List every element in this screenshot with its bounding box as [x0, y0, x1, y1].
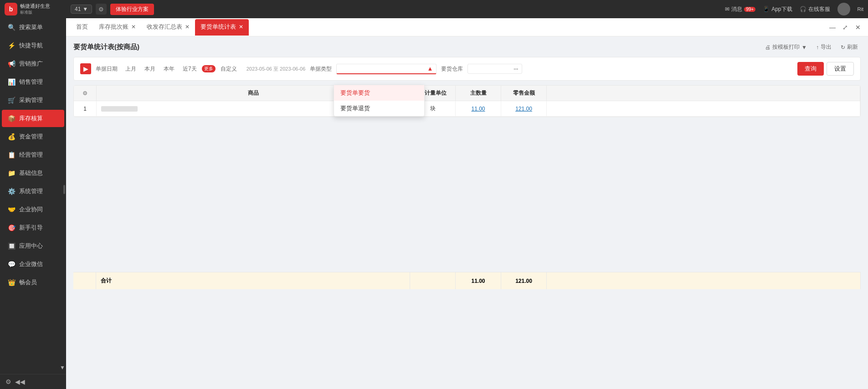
footer-extra [547, 272, 861, 289]
data-table: ⚙ 商品 主计量单位 主数量 零售金额 [73, 85, 861, 117]
date-range-text: 2023-05-06 至 2023-06-06 [247, 66, 306, 72]
page-title-bar: 要货单统计表(按商品) 🖨 按模板打印 ▼ ↑ 导出 ↻ 刷新 [73, 42, 861, 52]
messages-btn[interactable]: ✉ 消息 99+ [725, 5, 755, 13]
finance-icon: 💰 [7, 133, 15, 141]
table-col-amount: 零售金额 [501, 86, 547, 101]
sidebar-item-enterprise[interactable]: 🤝 企业协同 [2, 201, 64, 218]
close-tab-receive-summary[interactable]: ✕ [185, 24, 190, 30]
date-btn-7days[interactable]: 近7天 [180, 64, 200, 74]
settings-btn[interactable]: ⚙ [96, 4, 107, 15]
sidebar-item-guide[interactable]: 🎯 新手引导 [2, 219, 64, 236]
product-placeholder [101, 106, 138, 112]
filter-expand-btn[interactable]: ▶ [80, 63, 91, 74]
sidebar-scroll-down[interactable]: ▼ [60, 364, 65, 371]
type-input[interactable] [336, 64, 437, 74]
cell-index: 1 [74, 101, 97, 116]
tab-order-summary[interactable]: 要货单统计表 ✕ [195, 19, 249, 36]
date-btn-custom[interactable]: 自定义 [217, 64, 240, 74]
table-settings-col[interactable]: ⚙ [74, 86, 97, 101]
refresh-icon: ↻ [841, 44, 845, 51]
sidebar-item-marketing[interactable]: 📢 营销推广 [2, 55, 64, 72]
footer-amount: 121.00 [501, 272, 547, 289]
message-icon: ✉ [725, 6, 729, 12]
cell-quantity: 11.00 [456, 101, 501, 116]
date-btn-last-month[interactable]: 上月 [122, 64, 139, 74]
username-text: Rit [858, 6, 863, 12]
operation-icon: 📋 [7, 151, 15, 159]
date-label: 单据日期 [96, 65, 118, 73]
logo-text: 畅捷通好生意 标准版 [20, 3, 50, 15]
sidebar-item-operation[interactable]: 📋 经营管理 [2, 146, 64, 164]
page-content: 要货单统计表(按商品) 🖨 按模板打印 ▼ ↑ 导出 ↻ 刷新 [66, 36, 868, 389]
content-area: 首页 库存批次账 ✕ 收发存汇总表 ✕ 要货单统计表 ✕ — ⤢ ✕ [66, 18, 868, 389]
sidebar-item-inventory[interactable]: 📦 库存核算 [2, 110, 64, 127]
close-tab-order-summary[interactable]: ✕ [239, 24, 243, 30]
logo-icon: b [5, 3, 17, 15]
table-col-quantity: 主数量 [456, 86, 501, 101]
tab-home[interactable]: 首页 [71, 19, 93, 36]
print-btn[interactable]: 🖨 按模板打印 ▼ [762, 42, 810, 52]
sidebar-collapse-icon[interactable]: ◀◀ [15, 378, 25, 385]
tab-receive-summary[interactable]: 收发存汇总表 ✕ [141, 19, 195, 36]
sidebar-item-member[interactable]: 👑 畅会员 [2, 274, 64, 291]
headset-icon: 🎧 [800, 6, 806, 12]
dropdown-item-return-order[interactable]: 要货单退货 [334, 101, 424, 116]
footer-empty1 [73, 272, 96, 289]
phone-icon: 📱 [763, 6, 770, 12]
export-icon: ↑ [816, 44, 819, 51]
app-center-icon: 🔲 [7, 242, 15, 250]
tab-bar-right: — ⤢ ✕ [827, 22, 863, 33]
sidebar-item-search-menu[interactable]: 🔍 搜索菜单 [2, 19, 64, 36]
sidebar-item-app-center[interactable]: 🔲 应用中心 [2, 237, 64, 255]
footer-label: 合计 [96, 272, 410, 289]
cell-amount: 121.00 [501, 101, 547, 116]
sidebar-item-sales[interactable]: 📊 销售管理 [2, 73, 64, 91]
print-dropdown-icon: ▼ [801, 44, 807, 51]
search-button[interactable]: 查询 [797, 62, 824, 76]
table-row[interactable]: 1 块 11.00 121.00 [74, 101, 860, 117]
top-header: b 畅捷通好生意 标准版 41 ▼ ⚙ 体验行业方案 ✉ 消息 99+ 📱 Ap… [0, 0, 868, 18]
refresh-btn[interactable]: ↻ 刷新 [838, 42, 861, 52]
warehouse-dropdown[interactable]: ··· [467, 64, 522, 74]
export-btn[interactable]: ↑ 导出 [813, 42, 834, 52]
app-download-btn[interactable]: 📱 App下载 [763, 5, 792, 13]
close-tab-inventory-batch[interactable]: ✕ [131, 24, 136, 30]
table-footer: 合计 11.00 121.00 [73, 272, 861, 289]
trial-button[interactable]: 体验行业方案 [110, 4, 154, 15]
sidebar-item-basic-info[interactable]: 📁 基础信息 [2, 164, 64, 182]
sidebar: 🔍 搜索菜单 ⚡ 快捷导航 📢 营销推广 📊 销售管理 🛒 采购管理 📦 库存核… [0, 18, 66, 389]
system-icon: ⚙️ [7, 187, 15, 195]
cell-extra [547, 101, 860, 116]
tab-minimize-btn[interactable]: — [827, 22, 838, 33]
sidebar-item-wechat[interactable]: 💬 企业微信 [2, 256, 64, 273]
footer-unit [410, 272, 456, 289]
member-icon: 👑 [7, 278, 15, 287]
sidebar-item-finance[interactable]: 💰 资金管理 [2, 128, 64, 145]
footer-quantity: 11.00 [456, 272, 501, 289]
sidebar-item-system[interactable]: ⚙️ 系统管理 [2, 183, 64, 200]
table-empty-space [73, 117, 861, 272]
filter-right-btns: 查询 设置 [797, 62, 854, 76]
avatar[interactable] [837, 3, 850, 15]
warehouse-label: 要货仓库 [441, 65, 463, 73]
tab-expand-btn[interactable]: ⤢ [840, 22, 851, 33]
date-btn-this-month[interactable]: 本月 [141, 64, 159, 74]
lightning-icon: ⚡ [7, 41, 15, 50]
online-service-btn[interactable]: 🎧 在线客服 [800, 5, 830, 13]
date-btn-this-year[interactable]: 本年 [160, 64, 178, 74]
search-icon: 🔍 [7, 23, 15, 31]
warehouse-more-icon: ··· [514, 66, 518, 72]
type-dropdown-up-icon[interactable]: ▲ [427, 65, 433, 72]
settings-button[interactable]: 设置 [827, 62, 854, 76]
messages-badge: 99+ [744, 7, 755, 12]
sidebar-settings-icon[interactable]: ⚙ [5, 378, 11, 385]
tab-close-all-btn[interactable]: ✕ [853, 22, 863, 33]
date-more-badge[interactable]: 更多 [202, 65, 216, 72]
sidebar-item-quick-nav[interactable]: ⚡ 快捷导航 [2, 37, 64, 54]
sales-icon: 📊 [7, 78, 15, 86]
table-col-extra [547, 86, 860, 101]
tab-inventory-batch[interactable]: 库存批次账 ✕ [93, 19, 141, 36]
sidebar-item-purchase[interactable]: 🛒 采购管理 [2, 92, 64, 109]
company-selector[interactable]: 41 ▼ [71, 5, 92, 14]
dropdown-item-purchase-order[interactable]: 要货单要货 [334, 85, 424, 101]
